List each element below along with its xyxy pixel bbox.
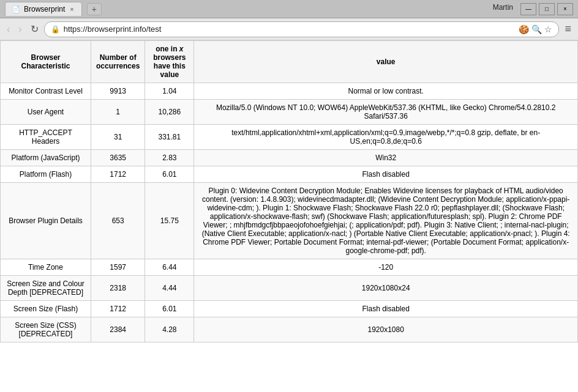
title-bar-controls: Martin — □ × [493, 3, 573, 15]
cell-occurrences: 9913 [91, 83, 145, 100]
cell-occurrences: 2318 [91, 276, 145, 301]
url-icons: 🍪 🔍 ☆ [519, 24, 552, 34]
cell-value: Win32 [194, 150, 578, 166]
cell-one-in-x: 15.75 [145, 183, 194, 259]
cell-one-in-x: 6.44 [145, 259, 194, 276]
cell-occurrences: 31 [91, 125, 145, 150]
cell-value: Plugin 0: Widevine Content Decryption Mo… [194, 183, 578, 259]
cell-characteristic: Time Zone [1, 259, 91, 276]
cell-characteristic: Platform (Flash) [1, 166, 91, 183]
cell-one-in-x: 1.04 [145, 83, 194, 100]
cell-occurrences: 3635 [91, 150, 145, 166]
user-label: Martin [493, 3, 513, 15]
cell-one-in-x: 2.83 [145, 150, 194, 166]
cell-occurrences: 1712 [91, 166, 145, 183]
col-header-one-in-x: one in xbrowsershave thisvalue [145, 41, 194, 83]
cookie-icon[interactable]: 🍪 [519, 24, 529, 34]
tab-icon: 📄 [12, 6, 20, 13]
main-content: BrowserCharacteristic Number ofoccurrenc… [0, 40, 578, 392]
col-header-occurrences: Number ofoccurrences [91, 41, 145, 83]
table-header-row: BrowserCharacteristic Number ofoccurrenc… [1, 41, 578, 83]
minimize-button[interactable]: — [520, 3, 536, 15]
cell-one-in-x: 6.01 [145, 166, 194, 183]
cell-value: 1920x1080 [194, 317, 578, 342]
lock-icon: 🔒 [51, 25, 60, 34]
menu-button[interactable]: ≡ [561, 21, 574, 37]
cell-value: 1920x1080x24 [194, 276, 578, 301]
table-row: Platform (Flash)17126.01Flash disabled [1, 166, 578, 183]
tab-close-button[interactable]: × [69, 6, 75, 13]
cell-characteristic: Monitor Contrast Level [1, 83, 91, 100]
cell-one-in-x: 10,286 [145, 100, 194, 125]
table-row: Platform (JavaScript)36352.83Win32 [1, 150, 578, 166]
cell-characteristic: Platform (JavaScript) [1, 150, 91, 166]
col-header-value: value [194, 41, 578, 83]
cell-occurrences: 1712 [91, 301, 145, 317]
nav-bar: ‹ › ↻ 🔒 🍪 🔍 ☆ ≡ [0, 18, 578, 40]
cell-characteristic: Screen Size and Colour Depth [DEPRECATED… [1, 276, 91, 301]
cell-occurrences: 653 [91, 183, 145, 259]
cell-one-in-x: 4.44 [145, 276, 194, 301]
url-bar[interactable]: 🔒 🍪 🔍 ☆ [44, 21, 560, 37]
fingerprint-table: BrowserCharacteristic Number ofoccurrenc… [0, 40, 578, 342]
new-tab-button[interactable]: + [87, 3, 102, 15]
cell-value: Normal or low contrast. [194, 83, 578, 100]
cell-occurrences: 1 [91, 100, 145, 125]
cell-characteristic: Screen Size (Flash) [1, 301, 91, 317]
table-row: Screen Size and Colour Depth [DEPRECATED… [1, 276, 578, 301]
forward-button[interactable]: › [15, 23, 24, 36]
col-header-characteristic: BrowserCharacteristic [1, 41, 91, 83]
cell-value: text/html,application/xhtml+xml,applicat… [194, 125, 578, 150]
table-row: Browser Plugin Details65315.75Plugin 0: … [1, 183, 578, 259]
cell-characteristic: HTTP_ACCEPT Headers [1, 125, 91, 150]
cell-one-in-x: 4.28 [145, 317, 194, 342]
cell-characteristic: User Agent [1, 100, 91, 125]
title-bar: 📄 Browserprint × + Martin — □ × [0, 0, 578, 18]
tab-title: Browserprint [24, 5, 65, 13]
cell-value: Mozilla/5.0 (Windows NT 10.0; WOW64) App… [194, 100, 578, 125]
cell-value: Flash disabled [194, 166, 578, 183]
table-row: Screen Size (CSS) [DEPRECATED]23844.2819… [1, 317, 578, 342]
cell-characteristic: Screen Size (CSS) [DEPRECATED] [1, 317, 91, 342]
cell-value: -120 [194, 259, 578, 276]
cell-occurrences: 1597 [91, 259, 145, 276]
cell-characteristic: Browser Plugin Details [1, 183, 91, 259]
cell-one-in-x: 6.01 [145, 301, 194, 317]
search-icon[interactable]: 🔍 [531, 24, 542, 34]
title-bar-left: 📄 Browserprint × + [5, 2, 102, 16]
close-button[interactable]: × [557, 3, 573, 15]
maximize-button[interactable]: □ [539, 3, 555, 15]
table-row: Screen Size (Flash)17126.01Flash disable… [1, 301, 578, 317]
cell-occurrences: 2384 [91, 317, 145, 342]
reload-button[interactable]: ↻ [28, 22, 42, 36]
url-input[interactable] [64, 24, 516, 34]
cell-value: Flash disabled [194, 301, 578, 317]
star-icon[interactable]: ☆ [544, 24, 552, 34]
back-button[interactable]: ‹ [4, 23, 13, 36]
table-row: Time Zone15976.44-120 [1, 259, 578, 276]
table-row: User Agent110,286Mozilla/5.0 (Windows NT… [1, 100, 578, 125]
browser-tab[interactable]: 📄 Browserprint × [5, 2, 82, 16]
cell-one-in-x: 331.81 [145, 125, 194, 150]
table-row: HTTP_ACCEPT Headers31331.81text/html,app… [1, 125, 578, 150]
table-row: Monitor Contrast Level99131.04Normal or … [1, 83, 578, 100]
